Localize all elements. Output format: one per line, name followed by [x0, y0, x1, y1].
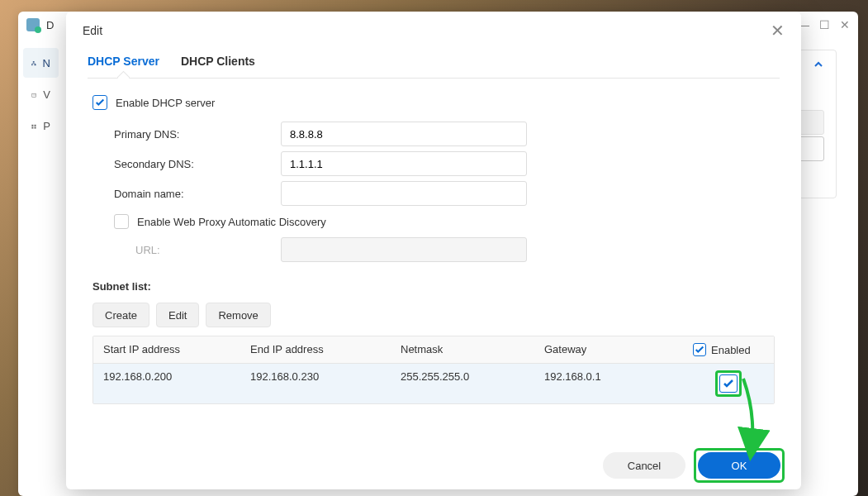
tab-dhcp-clients[interactable]: DHCP Clients	[181, 50, 255, 78]
sidebar-item-2[interactable]: P	[23, 111, 59, 141]
sidebar-label-2: P	[43, 120, 50, 132]
secondary-dns-input[interactable]	[281, 151, 527, 176]
network-icon	[31, 56, 36, 69]
svg-rect-2	[35, 64, 36, 65]
col-netmask[interactable]: Netmask	[391, 336, 534, 363]
dialog-footer: Cancel OK	[66, 441, 801, 489]
wpad-label: Enable Web Proxy Automatic Discovery	[137, 216, 326, 228]
tabs: DHCP Server DHCP Clients	[88, 50, 780, 79]
chevron-up-icon[interactable]	[813, 59, 824, 73]
cell-start-ip: 192.168.0.200	[93, 364, 240, 403]
dialog-close-icon[interactable]: ✕	[771, 22, 785, 39]
col-enabled[interactable]: Enabled	[683, 336, 774, 363]
close-icon[interactable]: ✕	[840, 18, 850, 31]
dialog-header: Edit ✕	[66, 12, 801, 50]
svg-rect-7	[35, 126, 36, 128]
cell-netmask: 255.255.255.0	[391, 364, 534, 403]
url-label: URL:	[135, 244, 281, 256]
row-enabled-checkbox[interactable]	[719, 374, 738, 393]
tab-dhcp-server[interactable]: DHCP Server	[88, 50, 159, 78]
col-enabled-label: Enabled	[711, 344, 751, 356]
secondary-dns-label: Secondary DNS:	[114, 158, 281, 170]
domain-name-input[interactable]	[281, 181, 527, 206]
wpad-checkbox[interactable]	[114, 214, 129, 229]
ok-button[interactable]: OK	[698, 452, 780, 479]
svg-rect-5	[35, 124, 36, 126]
svg-rect-0	[33, 62, 34, 63]
domain-name-label: Domain name:	[114, 188, 281, 200]
sidebar-item-1[interactable]: V	[23, 79, 59, 109]
col-start-ip[interactable]: Start IP address	[93, 336, 240, 363]
building-icon	[31, 88, 36, 101]
url-input	[281, 237, 527, 262]
subnet-title: Subnet list:	[92, 280, 775, 293]
cell-gateway: 192.168.0.1	[534, 364, 683, 403]
subnet-row-0[interactable]: 192.168.0.200 192.168.0.230 255.255.255.…	[93, 364, 774, 403]
svg-rect-1	[31, 64, 32, 65]
edit-dialog: Edit ✕ DHCP Server DHCP Clients Enable D…	[66, 12, 801, 489]
cell-end-ip: 192.168.0.230	[240, 364, 391, 403]
cancel-button[interactable]: Cancel	[603, 452, 685, 479]
edit-button[interactable]: Edit	[156, 303, 199, 327]
svg-rect-4	[31, 124, 33, 126]
primary-dns-label: Primary DNS:	[114, 128, 281, 141]
app-icon	[26, 18, 40, 31]
sidebar-label-1: V	[43, 88, 50, 101]
col-gateway[interactable]: Gateway	[534, 336, 683, 363]
enable-dhcp-label: Enable DHCP server	[116, 97, 215, 109]
ok-highlight: OK	[694, 448, 785, 483]
enable-dhcp-checkbox[interactable]	[92, 95, 107, 110]
primary-dns-input[interactable]	[281, 122, 527, 146]
subnet-table: Start IP address End IP address Netmask …	[92, 336, 775, 404]
sidebar-label-0: N	[43, 57, 50, 69]
svg-rect-6	[31, 126, 33, 128]
remove-button[interactable]: Remove	[206, 303, 270, 327]
col-end-ip[interactable]: End IP address	[240, 336, 391, 363]
enabled-highlight	[715, 370, 742, 397]
create-button[interactable]: Create	[92, 303, 149, 327]
maximize-icon[interactable]: ☐	[819, 18, 830, 31]
header-enabled-checkbox[interactable]	[693, 343, 706, 356]
dialog-title: Edit	[83, 24, 102, 37]
sidebar: N V P	[18, 38, 64, 496]
grid-icon	[31, 119, 36, 132]
app-title-initial: D	[46, 19, 54, 31]
sidebar-item-0[interactable]: N	[23, 48, 59, 78]
